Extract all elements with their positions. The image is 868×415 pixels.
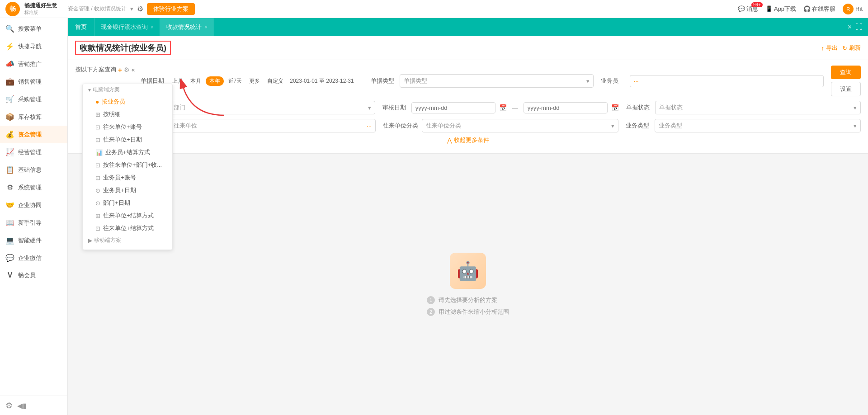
scheme-add-btn[interactable]: + [118, 66, 122, 74]
scheme-partner-account-icon: ⊡ [95, 124, 100, 131]
partner-cat-label: 往来单位分类 [383, 122, 418, 130]
scheme-item-partner-date[interactable]: ⊡ 往来单位+日期 [83, 133, 172, 146]
tab-bank-flow[interactable]: 现金银行流水查询 × [94, 18, 160, 36]
partner-more-btn[interactable]: ··· [367, 123, 372, 129]
filter-cell-salesperson: 业务员 ··· [601, 75, 824, 87]
scheme-mobile-group[interactable]: ▶ 移动端方案 [83, 235, 172, 246]
scheme-item-detail[interactable]: ⊞ 按明细 [83, 108, 172, 121]
date-tab-this-year[interactable]: 本年 [206, 76, 224, 86]
user-avatar[interactable]: R Rit [843, 4, 863, 14]
tab-bar: 首页 现金银行流水查询 × 收款情况统计 × × ⛶ [68, 18, 868, 36]
tab-bank-flow-label: 现金银行流水查询 [101, 23, 148, 31]
scheme-item-label-detail: 按明细 [103, 110, 121, 118]
inventory-icon: 📦 [5, 113, 14, 121]
dropdown-arrow-icon[interactable]: ▾ [130, 5, 133, 12]
salesperson-select[interactable]: ··· [630, 75, 824, 87]
refresh-btn[interactable]: ↻ 刷新 [842, 44, 861, 52]
sidebar-item-wechat[interactable]: 💬 企业微信 [0, 249, 67, 267]
tab-close-all-icon[interactable]: × [848, 23, 852, 31]
logo-area: 畅 畅捷通好生意 标准版 [5, 0, 57, 20]
sidebar-item-marketing[interactable]: 📣 营销推广 [0, 55, 67, 73]
calendar-end-icon[interactable]: 📅 [611, 104, 619, 111]
sidebar-item-member[interactable]: V 畅会员 [0, 267, 67, 284]
date-tab-this-month[interactable]: 本月 [188, 76, 204, 86]
scheme-partner-settle2-icon: ⊡ [95, 225, 100, 232]
scheme-partner-dept-icon: ⊡ [95, 162, 100, 169]
scheme-item-salesperson-date[interactable]: ⊙ 业务员+日期 [83, 184, 172, 197]
dept-select[interactable]: 部门 ▾ [170, 101, 375, 114]
biz-type-select[interactable]: 业务类型 ▾ [655, 119, 861, 132]
sidebar-item-management[interactable]: 📈 经营管理 [0, 143, 67, 161]
sidebar-item-inventory[interactable]: 📦 库存核算 [0, 108, 67, 126]
content-area: 首页 现金银行流水查询 × 收款情况统计 × × ⛶ 收款情况统计(按业务员) [68, 18, 868, 415]
sidebar-item-system[interactable]: ⚙ 系统管理 [0, 179, 67, 196]
salesperson-more-btn[interactable]: ··· [634, 78, 639, 85]
sidebar-item-quicknav[interactable]: ⚡ 快捷导航 [0, 38, 67, 55]
scheme-item-salesperson-settle[interactable]: 📊 业务员+结算方式 [83, 146, 172, 159]
scheme-group-arrow: ▾ [88, 87, 91, 93]
settings-gear-icon[interactable]: ⚙ [137, 5, 143, 13]
scheme-item-partner-settle2[interactable]: ⊡ 往来单位+结算方式 [83, 222, 172, 235]
partner-cat-select[interactable]: 往来单位分类 ▾ [422, 119, 618, 132]
sidebar-nav: 🔍 搜索菜单 ⚡ 快捷导航 📣 营销推广 💼 销售管理 🛒 采购管理 📦 [0, 18, 67, 396]
sidebar-item-guide[interactable]: 📖 新手引导 [0, 214, 67, 231]
sidebar-item-collab[interactable]: 🤝 企业协同 [0, 196, 67, 214]
collapse-icon: ⋀ [447, 137, 452, 144]
tab-collection[interactable]: 收款情况统计 × [160, 18, 214, 36]
sidebar-label-system: 系统管理 [18, 184, 42, 192]
hint-text-2: 用过滤条件来缩小分析范围 [439, 308, 509, 316]
scheme-item-salesperson-account[interactable]: ⊡ 业务员+账号 [83, 171, 172, 184]
filter-row-1: 单据日期 上月 本月 本年 近7天 更多 自定义 2023-01-01 至 20… [141, 66, 861, 96]
sidebar-item-hardware[interactable]: 💻 智能硬件 [0, 231, 67, 249]
date-tab-custom[interactable]: 自定义 [264, 76, 286, 86]
scheme-item-label-partner-date: 往来单位+日期 [103, 136, 142, 144]
review-date-end[interactable] [524, 102, 608, 113]
date-tab-7days[interactable]: 近7天 [226, 76, 245, 86]
tab-bank-flow-close[interactable]: × [151, 24, 153, 30]
tab-maximize-icon[interactable]: ⛶ [855, 23, 863, 31]
app-download-btn[interactable]: 📱 App下载 [765, 5, 796, 13]
message-count: 99+ [751, 2, 763, 7]
app-download-label: App下载 [774, 5, 796, 13]
settings-btn[interactable]: 设置 [831, 82, 861, 96]
sidebar-item-finance[interactable]: 💰 资金管理 [0, 126, 67, 143]
scheme-desktop-label: 电脑端方案 [93, 86, 120, 94]
scheme-item-partner-account[interactable]: ⊡ 往来单位+账号 [83, 121, 172, 133]
calendar-start-icon[interactable]: 📅 [499, 104, 507, 111]
sidebar-item-search[interactable]: 🔍 搜索菜单 [0, 20, 67, 38]
date-tabs: 上月 本月 本年 近7天 更多 自定义 [170, 76, 287, 86]
tab-collection-close[interactable]: × [204, 24, 207, 30]
filter-cell-review-date: 审核日期 📅 — 📅 [382, 102, 619, 113]
tab-home[interactable]: 首页 [68, 18, 94, 36]
date-tab-more[interactable]: 更多 [246, 76, 263, 86]
scheme-settings-btn[interactable]: ⚙ [124, 66, 130, 73]
doc-status-select[interactable]: 单据状态 ▾ [655, 101, 861, 114]
scheme-item-label-partner-settle2: 往来单位+结算方式 [103, 224, 154, 232]
scheme-item-salesperson[interactable]: ● 按业务员 [83, 95, 172, 108]
download-icon: 📱 [765, 5, 773, 12]
scheme-item-dept-date[interactable]: ⊙ 部门+日期 [83, 197, 172, 209]
query-btn[interactable]: 查询 [831, 66, 861, 79]
review-date-start[interactable] [411, 102, 495, 113]
partner-select[interactable]: 往来单位 ··· [170, 119, 376, 132]
bottom-arrow-icon[interactable]: ◀▮ [17, 401, 27, 410]
sales-icon: 💼 [5, 77, 14, 86]
scheme-item-partner-dept[interactable]: ⊡ 按往来单位+部门+收... [83, 159, 172, 171]
scheme-collapse-btn[interactable]: « [132, 66, 135, 73]
trial-btn[interactable]: 体验行业方案 [147, 3, 195, 15]
sidebar-label-sales: 销售管理 [18, 78, 42, 86]
sidebar-item-purchase[interactable]: 🛒 采购管理 [0, 90, 67, 108]
bottom-settings-icon[interactable]: ⚙ [5, 401, 13, 410]
scheme-desktop-group[interactable]: ▾ 电脑端方案 [83, 84, 172, 95]
dept-placeholder: 部门 [174, 104, 185, 112]
scheme-dept-date-icon: ⊙ [95, 200, 100, 207]
collapse-bar[interactable]: ⋀ 收起更多条件 [75, 132, 861, 148]
salesperson-label: 业务员 [601, 77, 626, 85]
online-service-btn[interactable]: 🎧 在线客服 [803, 5, 835, 13]
sidebar-item-basic[interactable]: 📋 基础信息 [0, 161, 67, 179]
voucher-type-select[interactable]: 单据类型 ▾ [400, 74, 594, 88]
sidebar-item-sales[interactable]: 💼 销售管理 [0, 73, 67, 90]
message-btn[interactable]: 💬 消息 99+ [738, 5, 758, 13]
scheme-item-partner-settle1[interactable]: ⊞ 往来单位+结算方式 [83, 209, 172, 222]
export-btn[interactable]: ↑ 导出 [821, 44, 838, 52]
